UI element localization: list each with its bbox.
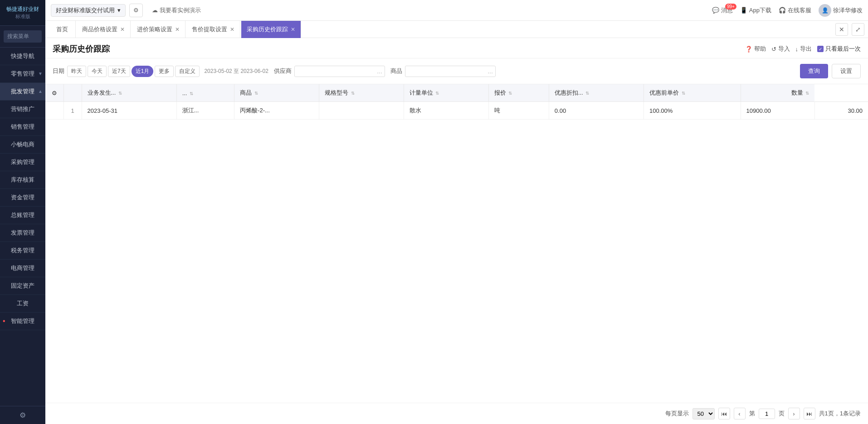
td-quantity: 30.00 [814,102,868,120]
th-unit[interactable]: 计量单位 ⇅ [404,84,488,102]
maximize-tab-button[interactable]: ⤢ [852,23,864,36]
th-goods[interactable]: 商品 ⇅ [234,84,319,102]
close-tab-icon[interactable]: ✕ [230,26,234,33]
sidebar-item-salary[interactable]: 工资 [0,295,45,313]
th-goods-label: 商品 [240,89,252,96]
user-name: 徐泽华修改 [833,6,863,14]
query-button[interactable]: 查询 [800,64,828,78]
topbar-settings-button[interactable]: ⚙ [129,4,143,17]
table-wrap: ⚙ 业务发生... ⇅ ... ⇅ [45,84,868,403]
th-price[interactable]: 报价 ⇅ [488,84,549,102]
th-quantity[interactable]: 数量 ⇅ [741,84,814,102]
sidebar-item-inventory[interactable]: 库存核算 [0,171,45,189]
sidebar-item-ecommerce-small[interactable]: 小畅电商 [0,136,45,154]
tabs-actions: ✕ ⤢ [835,23,864,36]
table-gear-icon[interactable]: ⚙ [52,90,57,96]
help-button[interactable]: ❓ 帮助 [745,45,766,53]
help-label: 帮助 [754,45,766,53]
sidebar-settings-button[interactable]: ⚙ [20,411,26,419]
th-gear: ⚙ [45,84,63,102]
sidebar-item-ledger[interactable]: 总账管理 [0,207,45,224]
th-date[interactable]: 业务发生... ⇅ [82,84,176,102]
supplier-filter-label: 供应商 [274,67,292,75]
per-page-select[interactable]: 50 [692,408,715,419]
date-btn-1month[interactable]: 近1月 [132,66,154,77]
sidebar-search-section: 搜索菜单 [0,26,45,48]
prev-page-button[interactable]: ‹ [734,408,746,419]
filter-actions: 查询 设置 [800,64,861,78]
sort-icon: ⇅ [435,91,439,96]
sidebar-item-nav[interactable]: 快捷导航 [0,48,45,65]
only-last-checkbox[interactable]: ✓ 只看最后一次 [817,45,861,53]
sidebar-item-invoice[interactable]: 发票管理 [0,224,45,242]
date-btn-custom[interactable]: 自定义 [175,66,200,77]
tabs-bar: 首页 商品价格设置 ✕ 进价策略设置 ✕ 售价提取设置 ✕ 采购历史价跟踪 ✕ … [45,21,868,38]
close-tab-icon[interactable]: ✕ [120,26,125,33]
notifications-badge: 99+ [725,4,736,10]
sidebar-item-ai[interactable]: 智能管理 [0,313,45,330]
date-btn-today[interactable]: 今天 [88,66,107,77]
date-btn-7days[interactable]: 近7天 [108,66,130,77]
chevron-up-icon: ▲ [38,89,43,94]
cloud-icon: ☁ [152,7,158,14]
first-page-button[interactable]: ⏮ [718,408,730,419]
date-range-text: 2023-05-02 至 2023-06-02 [204,67,268,75]
sidebar-item-retail[interactable]: 零售管理 ▼ [0,65,45,83]
close-tab-icon[interactable]: ✕ [175,26,180,33]
next-page-button[interactable]: › [788,408,800,419]
export-button[interactable]: ↓ 导出 [795,45,812,53]
online-service-button[interactable]: 🎧 在线客服 [779,6,811,14]
message-icon: 💬 [712,7,719,14]
user-avatar-icon: 👤 [822,7,829,14]
filter-settings-button[interactable]: 设置 [832,64,861,78]
td-base-price: 10900.00 [741,102,814,120]
sidebar-item-purchase[interactable]: 采购管理 [0,154,45,171]
sidebar-item-ecommerce[interactable]: 电商管理 [0,260,45,277]
goods-dots-icon[interactable]: ... [488,67,493,75]
date-btn-yesterday[interactable]: 昨天 [67,66,86,77]
close-tab-icon[interactable]: ✕ [291,26,295,33]
sidebar-item-marketing[interactable]: 营销推广 [0,101,45,118]
th-base-price[interactable]: 优惠前单价 ⇅ [644,84,741,102]
tab-price-extract[interactable]: 售价提取设置 ✕ [186,21,240,38]
supplier-input[interactable] [294,66,385,77]
sidebar-item-wholesale[interactable]: 批发管理 ▲ [0,83,45,101]
supplier-dots-icon[interactable]: ... [377,67,382,75]
th-extra-label: ... [182,90,187,96]
help-icon: ❓ [745,46,752,53]
th-discount[interactable]: 优惠折扣... ⇅ [549,84,644,102]
th-spec[interactable]: 规格型号 ⇅ [319,84,404,102]
tab-home[interactable]: 首页 [49,21,76,38]
tab-purchase-history[interactable]: 采购历史价跟踪 ✕ [241,21,301,38]
sort-icon: ⇅ [805,91,809,96]
notifications-button[interactable]: 💬 消息 99+ [712,6,733,14]
th-num [63,84,82,102]
tab-cost-strategy[interactable]: 进价策略设置 ✕ [132,21,185,38]
close-tab-button[interactable]: ✕ [835,23,848,36]
sort-icon: ⇅ [190,91,193,96]
pagination-bar: 每页显示 50 ⏮ ‹ 第 页 › ⏭ 共1页，1条记录 [45,403,868,424]
th-extra[interactable]: ... ⇅ [176,84,234,102]
version-selector[interactable]: 好业财标准版交付试用 ▾ [51,4,126,17]
goods-input[interactable] [405,66,496,77]
sidebar-item-finance[interactable]: 资金管理 [0,189,45,207]
page-input[interactable] [759,409,775,419]
demo-link[interactable]: ☁ 我要看实例演示 [152,6,201,14]
sidebar-item-assets[interactable]: 固定资产 [0,277,45,295]
last-page-button[interactable]: ⏭ [804,408,815,419]
sidebar-item-sales[interactable]: 销售管理 [0,118,45,136]
avatar: 👤 [819,4,831,17]
tab-price-settings[interactable]: 商品价格设置 ✕ [77,21,131,38]
search-menu-button[interactable]: 搜索菜单 [4,30,42,43]
date-btn-more[interactable]: 更多 [155,66,174,77]
import-button[interactable]: ↺ 导入 [771,45,790,53]
th-discount-label: 优惠折扣... [555,89,583,96]
app-download-label: App下载 [749,6,771,14]
app-download-button[interactable]: 📱 App下载 [740,6,771,14]
td-spec [319,102,404,120]
th-price-label: 报价 [494,89,506,96]
sidebar-item-tax[interactable]: 税务管理 [0,242,45,260]
checkbox-icon: ✓ [817,46,824,52]
user-profile-button[interactable]: 👤 徐泽华修改 [819,4,863,17]
td-num: 1 [63,102,82,120]
